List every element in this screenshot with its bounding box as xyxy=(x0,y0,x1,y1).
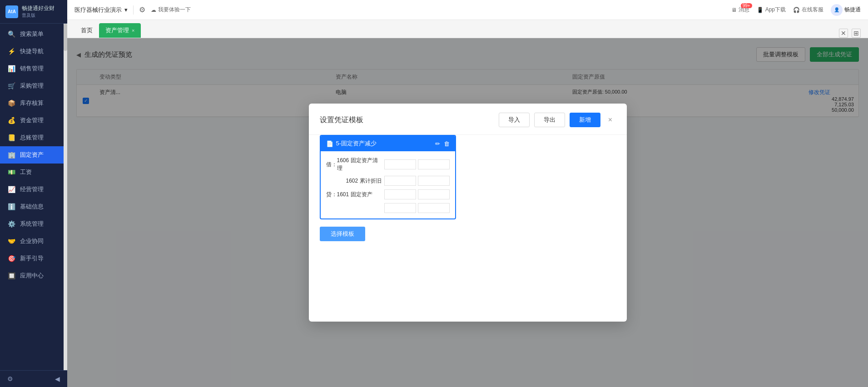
dialog-body: 📄 5-固定资产减少 ✏ 🗑 xyxy=(309,135,627,322)
app-logo: AtA xyxy=(5,5,18,18)
scrollbar-thumb[interactable] xyxy=(64,24,67,51)
tab-home[interactable]: 首页 xyxy=(74,23,99,38)
entry-row-2: 贷： 1601 固定资产 xyxy=(321,188,455,201)
settings-footer-icon[interactable]: ⚙ xyxy=(7,375,13,382)
tabbar: 首页 资产管理 × ✕ ⊞ xyxy=(67,20,868,38)
sidebar-item-sales[interactable]: 📊 销售管理 xyxy=(0,60,64,77)
topbar: 医疗器械行业演示 ▾ ⚙ ☁ 我要体验一下 🖥 消息 99+ 📱 App下载 xyxy=(67,0,868,20)
sidebar-item-business[interactable]: 📈 经营管理 xyxy=(0,181,64,198)
entry-credit-0 xyxy=(418,159,450,169)
headset-icon: 🎧 xyxy=(793,7,800,13)
main-area: 医疗器械行业演示 ▾ ⚙ ☁ 我要体验一下 🖥 消息 99+ 📱 App下载 xyxy=(67,0,868,387)
topbar-divider xyxy=(133,5,134,15)
entry-row-empty xyxy=(321,201,455,215)
sidebar-item-app-center[interactable]: 🔲 应用中心 xyxy=(0,267,64,284)
sidebar-item-inventory[interactable]: 📦 库存核算 xyxy=(0,94,64,112)
export-btn[interactable]: 导出 xyxy=(534,113,565,127)
apps-icon: 🔲 xyxy=(7,272,15,280)
window-close-btn[interactable]: ✕ xyxy=(839,29,848,38)
ledger-icon: 📒 xyxy=(7,134,15,142)
select-template-btn[interactable]: 选择模板 xyxy=(320,227,365,241)
user-menu[interactable]: 👤 畅捷通 xyxy=(831,4,861,16)
dialog: 设置凭证模板 导入 导出 新增 × xyxy=(309,104,627,322)
template-card-header: 📄 5-固定资产减少 ✏ 🗑 xyxy=(321,136,455,151)
app-title: 畅捷通好业财 普及版 xyxy=(22,5,55,19)
gear-icon: ⚙️ xyxy=(7,220,15,228)
sidebar-nav: 🔍 搜索菜单 ⚡ 快捷导航 📊 销售管理 🛒 采购管理 📦 库存核算 xyxy=(0,24,64,370)
empty-cell-2 xyxy=(418,203,450,213)
entry-debit-0 xyxy=(384,159,416,169)
dialog-close-btn[interactable]: × xyxy=(605,114,616,125)
empty-cell-1 xyxy=(384,203,416,213)
entry-credit-2 xyxy=(418,189,450,199)
sidebar-scrollbar[interactable] xyxy=(64,24,67,370)
handshake-icon: 🤝 xyxy=(7,237,15,245)
dialog-header: 设置凭证模板 导入 导出 新增 × xyxy=(309,104,627,135)
download-icon: 📱 xyxy=(757,7,764,13)
company-selector[interactable]: 医疗器械行业演示 ▾ xyxy=(74,6,128,14)
entry-row-1: 1602 累计折旧 xyxy=(321,174,455,188)
sidebar-item-salary[interactable]: 💵 工资 xyxy=(0,164,64,181)
sidebar-item-basic-info[interactable]: ℹ️ 基础信息 xyxy=(0,198,64,215)
dropdown-arrow-icon: ▾ xyxy=(124,6,128,13)
info-icon: ℹ️ xyxy=(7,203,15,211)
sidebar-footer: ⚙ ◀ xyxy=(0,370,67,387)
entry-credit-1 xyxy=(418,176,450,186)
cloud-icon: ☁ xyxy=(151,7,156,13)
sidebar-item-system[interactable]: ⚙️ 系统管理 xyxy=(0,215,64,233)
sidebar-item-newbie[interactable]: 🎯 新手引导 xyxy=(0,250,64,267)
notification-icon: 🖥 xyxy=(731,7,737,13)
sidebar-header: AtA 畅捷通好业财 普及版 xyxy=(0,0,67,24)
content-area: ◀ 生成的凭证预览 批量调整模板 全部生成凭证 变动类型 资产名称 固定资产原值 xyxy=(67,38,868,387)
collapse-icon[interactable]: ◀ xyxy=(55,375,60,382)
trend-icon: 📈 xyxy=(7,185,15,194)
sidebar: AtA 畅捷通好业财 普及版 🔍 搜索菜单 ⚡ 快捷导航 📊 xyxy=(0,0,67,387)
sidebar-item-enterprise[interactable]: 🤝 企业协同 xyxy=(0,233,64,250)
notification-btn[interactable]: 🖥 消息 99+ xyxy=(731,6,749,14)
sidebar-item-search[interactable]: 🔍 搜索菜单 xyxy=(0,25,64,43)
avatar: 👤 xyxy=(831,4,843,16)
window-maximize-btn[interactable]: ⊞ xyxy=(852,29,861,38)
sidebar-item-quick-nav[interactable]: ⚡ 快捷导航 xyxy=(0,43,64,60)
sidebar-item-fixed-assets[interactable]: 🏢 固定资产 xyxy=(0,146,64,164)
salary-icon: 💵 xyxy=(7,168,15,176)
cart-icon: 🛒 xyxy=(7,82,15,90)
import-btn[interactable]: 导入 xyxy=(499,113,530,127)
tab-asset-mgmt[interactable]: 资产管理 × xyxy=(99,23,141,38)
chart-icon: 📊 xyxy=(7,64,15,73)
template-card: 📄 5-固定资产减少 ✏ 🗑 xyxy=(320,135,456,219)
guide-icon: 🎯 xyxy=(7,254,15,263)
modal-overlay[interactable]: 设置凭证模板 导入 导出 新增 × xyxy=(67,38,868,387)
window-controls: ✕ ⊞ xyxy=(839,29,861,38)
sidebar-item-finance[interactable]: 💰 资金管理 xyxy=(0,112,64,129)
new-template-btn[interactable]: 新增 xyxy=(570,113,600,127)
experience-btn[interactable]: ☁ 我要体验一下 xyxy=(151,6,191,14)
template-card-body: 借： 1606 固定资产清理 xyxy=(321,151,455,218)
money-icon: 💰 xyxy=(7,116,15,124)
entry-debit-2 xyxy=(384,189,416,199)
template-card-title: 📄 5-固定资产减少 xyxy=(326,139,377,148)
topbar-right: 🖥 消息 99+ 📱 App下载 🎧 在线客服 👤 畅捷通 xyxy=(731,4,861,16)
template-card-actions: ✏ 🗑 xyxy=(435,140,450,147)
sidebar-item-purchase[interactable]: 🛒 采购管理 xyxy=(0,77,64,94)
template-edit-icon[interactable]: ✏ xyxy=(435,140,440,147)
topbar-settings-icon[interactable]: ⚙ xyxy=(139,5,145,14)
dialog-title: 设置凭证模板 xyxy=(320,115,363,125)
search-icon: 🔍 xyxy=(7,30,15,38)
entry-row-0: 借： 1606 固定资产清理 xyxy=(321,155,455,174)
lightning-icon: ⚡ xyxy=(7,47,15,55)
entry-debit-1 xyxy=(384,176,416,186)
sidebar-item-ledger[interactable]: 📒 总账管理 xyxy=(0,129,64,146)
box-icon: 📦 xyxy=(7,99,15,107)
tab-close-icon[interactable]: × xyxy=(132,28,134,33)
customer-service-btn[interactable]: 🎧 在线客服 xyxy=(793,6,823,14)
template-doc-icon: 📄 xyxy=(326,140,333,147)
template-delete-icon[interactable]: 🗑 xyxy=(444,140,450,147)
app-download-btn[interactable]: 📱 App下载 xyxy=(757,6,786,14)
building-icon: 🏢 xyxy=(7,151,15,159)
